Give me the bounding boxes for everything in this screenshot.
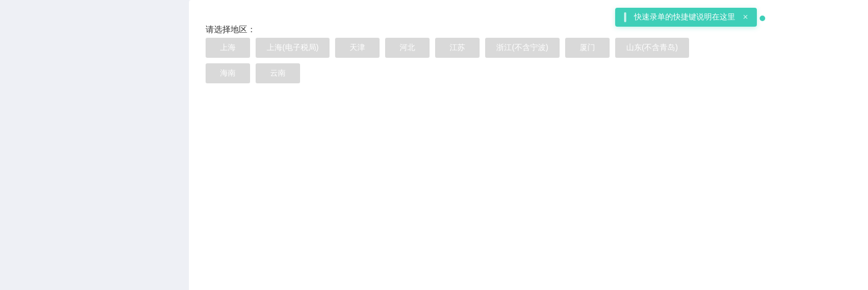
region-btn-hebei[interactable]: 河北 bbox=[385, 38, 430, 58]
tooltip-close-button[interactable]: × bbox=[743, 12, 748, 22]
region-btn-xiamen[interactable]: 厦门 bbox=[565, 38, 610, 58]
region-btn-shandong[interactable]: 山东(不含青岛) bbox=[615, 38, 689, 58]
region-label: 请选择地区： bbox=[206, 24, 256, 35]
region-btn-shanghai-etax[interactable]: 上海(电子税局) bbox=[256, 38, 330, 58]
region-buttons-container: 上海 上海(电子税局) 天津 河北 江苏 浙江(不含宁波) 厦门 山东(不含青岛… bbox=[206, 38, 706, 83]
sidebar bbox=[0, 0, 189, 290]
region-btn-hainan[interactable]: 海南 bbox=[206, 63, 250, 83]
region-btn-shanghai[interactable]: 上海 bbox=[206, 38, 250, 58]
tooltip-bar-icon bbox=[624, 12, 626, 22]
region-btn-tianjin[interactable]: 天津 bbox=[335, 38, 380, 58]
region-btn-jiangsu[interactable]: 江苏 bbox=[435, 38, 480, 58]
tooltip-dot bbox=[760, 16, 765, 21]
region-btn-zhejiang[interactable]: 浙江(不含宁波) bbox=[485, 38, 559, 58]
tooltip-banner: 快速录单的快捷键说明在这里 × bbox=[615, 8, 757, 27]
region-btn-yunnan[interactable]: 云南 bbox=[256, 63, 300, 83]
tooltip-text: 快速录单的快捷键说明在这里 bbox=[634, 12, 735, 22]
main-content: 请选择地区： 上海 上海(电子税局) 天津 河北 江苏 浙江(不含宁波) 厦门 … bbox=[189, 0, 868, 290]
